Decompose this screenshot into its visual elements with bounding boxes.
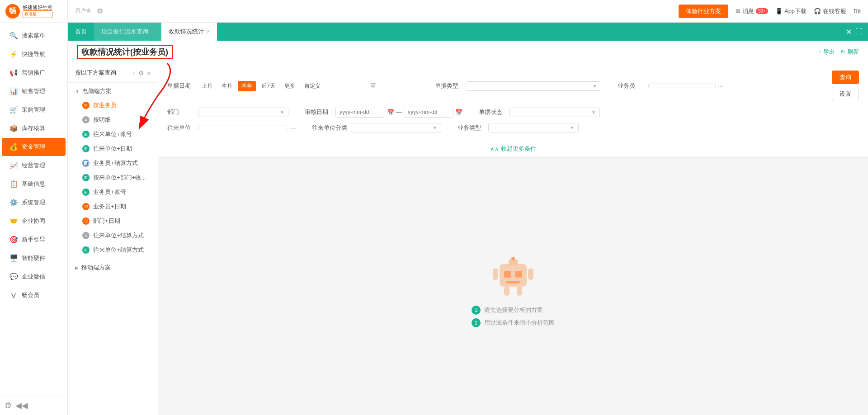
calendar-to-icon[interactable]: 📅 bbox=[455, 109, 462, 116]
export-button[interactable]: ↑ 导出 bbox=[819, 48, 835, 56]
sidebar-item-sales[interactable]: 📊 销售管理 bbox=[2, 82, 66, 100]
topbar-settings-icon[interactable]: ⚙ bbox=[97, 7, 103, 15]
counterpart-more-btn[interactable]: ··· bbox=[290, 124, 296, 132]
sidebar-item-marketing[interactable]: 📢 营销推广 bbox=[2, 64, 66, 82]
scheme-item-counterpart-account[interactable]: ⊞ 往来单位+账号 bbox=[68, 127, 158, 141]
scheme-settings-button[interactable]: ⚙ bbox=[138, 69, 144, 76]
sidebar-item-operations[interactable]: 📈 经营管理 bbox=[2, 156, 66, 174]
biz-type-select[interactable]: ▼ bbox=[488, 123, 579, 132]
scheme-item-counterpart-dept[interactable]: ⊞ 按来单位+部门+收... bbox=[68, 170, 158, 185]
doc-status-select[interactable]: ▼ bbox=[509, 108, 600, 117]
sidebar-item-purchase[interactable]: 🛒 采购管理 bbox=[2, 101, 66, 119]
counterpart-category-select[interactable]: ▼ bbox=[351, 123, 441, 132]
dept-select[interactable]: ▼ bbox=[198, 108, 288, 117]
topbar-actions: 体验行业方案 ✉ 消息 99+ 📱 App下载 🎧 在线客服 Rit bbox=[679, 5, 861, 18]
scheme-item-counterpart-settlement1[interactable]: ≡ 往来单位+结算方式 bbox=[68, 228, 158, 243]
add-scheme-button[interactable]: + bbox=[132, 69, 136, 76]
scheme-item-salesperson-date[interactable]: ⏱ 业务员+日期 bbox=[68, 199, 158, 214]
date-from-input[interactable]: 2023-01-01 bbox=[328, 81, 368, 91]
sidebar-item-system[interactable]: ⚙️ 系统管理 bbox=[2, 193, 66, 212]
online-service-action[interactable]: 🎧 在线客服 bbox=[814, 7, 846, 15]
mobile-group-header[interactable]: ▶ 移动端方案 bbox=[68, 261, 158, 274]
desktop-group-header[interactable]: ▼ 电脑端方案 bbox=[68, 85, 158, 98]
sidebar-item-wechat[interactable]: 💬 企业微信 bbox=[2, 268, 66, 286]
scheme-item-salesperson-account[interactable]: ⊞ 业务员+账号 bbox=[68, 185, 158, 199]
solution-trial-button[interactable]: 体验行业方案 bbox=[679, 5, 728, 18]
salesperson-more-btn[interactable]: ··· bbox=[718, 82, 723, 90]
maximize-tab-button[interactable]: ⛶ bbox=[855, 28, 863, 36]
app-download-action[interactable]: 📱 App下载 bbox=[775, 7, 807, 15]
sidebar-item-enterprise[interactable]: 🤝 企业协同 bbox=[2, 212, 66, 230]
refresh-button[interactable]: ↻ 刷新 bbox=[840, 48, 859, 56]
doc-type-select[interactable]: ▼ bbox=[466, 81, 601, 91]
logo-badge: 标准版 bbox=[23, 10, 52, 18]
sidebar-item-guide[interactable]: 🎯 新手引导 bbox=[2, 231, 66, 249]
tab-end-actions: ✕ ⛶ bbox=[846, 28, 868, 36]
date-tab-more[interactable]: 更多 bbox=[281, 81, 299, 91]
calendar-from-icon[interactable]: 📅 bbox=[387, 109, 394, 116]
scheme-item-icon: ⏱ bbox=[82, 217, 90, 225]
date-tab-this-year[interactable]: 本年 bbox=[238, 81, 256, 91]
main-content: 用户名 ⚙ 体验行业方案 ✉ 消息 99+ 📱 App下载 🎧 在线客服 Rit… bbox=[68, 0, 868, 415]
tab-collection-stats[interactable]: 收款情况统计 × bbox=[161, 23, 217, 41]
sidebar-item-label: 库存核算 bbox=[22, 124, 45, 132]
date-tab-last-month[interactable]: 上月 bbox=[198, 81, 216, 91]
marketing-icon: 📢 bbox=[9, 68, 18, 77]
date-to-input[interactable]: 2023-12-31 bbox=[378, 81, 419, 91]
close-tab-button[interactable]: ✕ bbox=[846, 28, 852, 36]
counterpart-select[interactable] bbox=[198, 126, 288, 130]
salesperson-select[interactable] bbox=[648, 84, 716, 88]
tab-home[interactable]: 首页 bbox=[68, 23, 94, 41]
settings-gear-icon[interactable]: ⚙ bbox=[5, 401, 12, 410]
message-action[interactable]: ✉ 消息 99+ bbox=[736, 7, 768, 15]
sidebar-item-inventory[interactable]: 📦 库存核算 bbox=[2, 119, 66, 137]
collapse-sidebar-icon[interactable]: ◀◀ bbox=[15, 401, 28, 410]
sidebar-item-search-menu[interactable]: 🔍 搜索菜单 bbox=[2, 27, 66, 45]
scheme-item-salesperson-settlement[interactable]: 📊 业务员+结算方式 bbox=[68, 156, 158, 170]
sidebar-item-finance[interactable]: 💰 资金管理 bbox=[2, 138, 66, 156]
sidebar-item-smart-hw[interactable]: 🖥️ 智能硬件 bbox=[2, 249, 66, 267]
sidebar-item-basic-info[interactable]: 📋 基础信息 bbox=[2, 175, 66, 193]
scheme-item-label: 部门+日期 bbox=[93, 217, 120, 225]
user-name[interactable]: Rit bbox=[854, 8, 861, 14]
scheme-item-icon: ≡ bbox=[82, 116, 90, 123]
collapse-panel-button[interactable]: « bbox=[147, 69, 151, 76]
scheme-item-icon: 📊 bbox=[82, 160, 90, 167]
purchase-icon: 🛒 bbox=[9, 105, 18, 114]
query-button[interactable]: 查询 bbox=[832, 71, 859, 84]
collapse-chevron-icon: ∧∧ bbox=[490, 146, 499, 152]
bank-flow-tab-close[interactable]: × bbox=[151, 28, 154, 35]
scheme-item-by-detail[interactable]: ≡ 按明细 bbox=[68, 113, 158, 127]
sidebar-item-member[interactable]: V 畅会员 bbox=[2, 286, 66, 304]
filter-item-review-date: 审核日期 📅 — 📅 bbox=[305, 107, 462, 118]
review-date-label: 审核日期 bbox=[305, 108, 332, 116]
tip-item-1: 1 请先选择要分析的方案 bbox=[472, 306, 555, 315]
settings-query-button[interactable]: 设置 bbox=[832, 87, 859, 101]
refresh-icon: ↻ bbox=[840, 48, 845, 55]
filter-item-doc-status: 单据状态 ▼ bbox=[479, 108, 600, 117]
sidebar-item-quick-nav[interactable]: ⚡ 快捷导航 bbox=[2, 45, 66, 63]
doc-status-label: 单据状态 bbox=[479, 108, 506, 116]
svg-rect-7 bbox=[528, 269, 533, 280]
scheme-item-counterpart-settlement2[interactable]: ⊞ 往来单位+结算方式 bbox=[68, 243, 158, 257]
message-icon: ✉ bbox=[736, 8, 741, 14]
collection-stats-tab-close[interactable]: × bbox=[207, 28, 210, 35]
review-date-from-input[interactable] bbox=[335, 107, 385, 118]
filter-row-1: 单据日期 上月 本月 本年 近7天 更多 自定义 2023-01-01 至 bbox=[167, 71, 859, 101]
filter-item-counterpart-category: 往来单位分类 ▼ bbox=[312, 123, 441, 132]
collapse-bar[interactable]: ∧∧ 收起更多条件 bbox=[158, 140, 868, 158]
date-tab-custom[interactable]: 自定义 bbox=[301, 81, 324, 91]
tip-num-2: 2 bbox=[472, 318, 481, 327]
review-date-to-input[interactable] bbox=[404, 107, 453, 118]
sidebar-item-label: 资金管理 bbox=[22, 143, 45, 151]
sidebar-item-label: 销售管理 bbox=[22, 87, 45, 95]
biz-type-arrow: ▼ bbox=[570, 125, 575, 130]
tab-bank-flow[interactable]: 现金银行流水查询 × bbox=[94, 23, 161, 41]
scheme-item-dept-date[interactable]: ⏱ 部门+日期 bbox=[68, 214, 158, 228]
scheme-item-by-salesperson[interactable]: ⟳ 按业务员 bbox=[68, 98, 158, 113]
scheme-item-counterpart-date[interactable]: ⊞ 往来单位+日期 bbox=[68, 141, 158, 156]
date-tab-7days[interactable]: 近7天 bbox=[258, 81, 279, 91]
scheme-item-icon: ⊞ bbox=[82, 131, 90, 138]
date-tab-this-month[interactable]: 本月 bbox=[218, 81, 236, 91]
filter-section: 单据日期 上月 本月 本年 近7天 更多 自定义 2023-01-01 至 bbox=[158, 63, 868, 140]
